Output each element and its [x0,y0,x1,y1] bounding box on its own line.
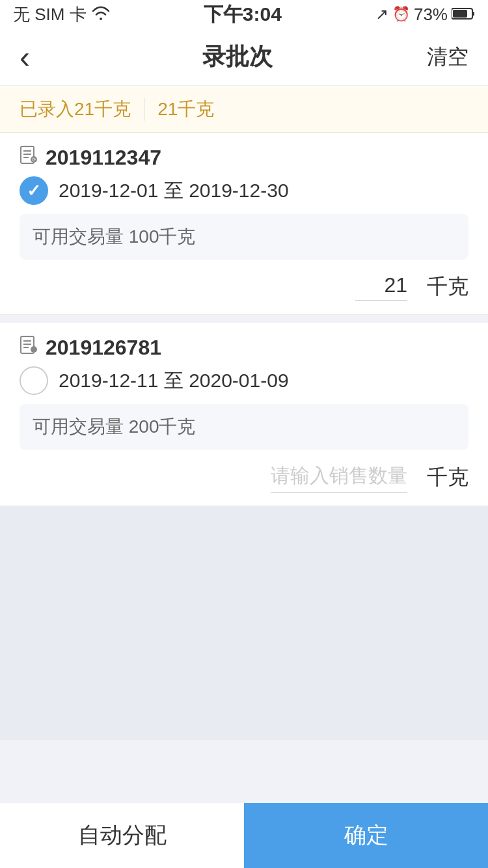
auto-distribute-button[interactable]: 自动分配 [0,803,244,868]
page-title: 录批次 [202,41,273,73]
batch-2-qty-placeholder: 请输入销售数量 [271,465,407,486]
status-right: ↗ ⏰ 73% [375,5,475,25]
batch-2-doc-icon [20,336,39,360]
summary-banner: 已录入21千克 21千克 [0,86,488,133]
batch-2-qty-input[interactable]: 请输入销售数量 [271,463,407,493]
batch-1-qty-input[interactable]: 21 [355,273,407,301]
batch-1-date-row[interactable]: 2019-12-01 至 2019-12-30 [20,176,468,205]
alarm-icon: ⏰ [392,6,410,23]
batch-1-qty-value: 21 [384,273,407,297]
batch-2-qty-row: 请输入销售数量 千克 [0,450,488,506]
wifi-icon [92,5,110,25]
sim-label: 无 SIM 卡 [13,3,87,26]
batch-1-header: ⟳ 2019112347 [20,146,468,170]
gray-area [0,506,488,740]
summary-entered-label: 已录入21千克 [20,97,131,122]
battery-icon [452,5,475,25]
location-icon: ↗ [375,5,388,23]
content-area-2: 2019126781 2019-12-11 至 2020-01-09 可用交易量… [0,323,488,506]
batch-divider [0,315,488,323]
status-left: 无 SIM 卡 [13,3,110,26]
batch-1-available: 可用交易量 100千克 [20,214,468,260]
batch-2-radio[interactable] [20,366,48,395]
confirm-button[interactable]: 确定 [244,803,488,868]
nav-bar: ‹ 录批次 清空 [0,29,488,86]
batch-2-qty-unit: 千克 [427,463,468,492]
batch-1-id: 2019112347 [46,146,161,170]
batch-1-doc-icon: ⟳ [20,146,39,170]
battery-label: 73% [414,5,448,25]
status-bar: 无 SIM 卡 下午3:04 ↗ ⏰ 73% [0,0,488,29]
batch-2-date: 2019-12-11 至 2020-01-09 [59,368,289,394]
clear-button[interactable]: 清空 [416,43,468,72]
bottom-bar: 自动分配 确定 [0,803,488,868]
svg-text:⟳: ⟳ [32,157,36,163]
batch-2-header: 2019126781 [20,336,468,360]
batch-item-2: 2019126781 2019-12-11 至 2020-01-09 可用交易量… [0,323,488,450]
batch-1-date: 2019-12-01 至 2019-12-30 [59,178,289,204]
batch-1-qty-row: 21 千克 [0,260,488,315]
svg-rect-2 [453,10,467,18]
svg-rect-13 [31,346,37,353]
batch-1-radio[interactable] [20,176,48,205]
batch-2-available: 可用交易量 200千克 [20,404,468,450]
back-button[interactable]: ‹ [20,39,59,75]
batch-2-date-row[interactable]: 2019-12-11 至 2020-01-09 [20,366,468,395]
summary-value: 21千克 [157,97,214,122]
batch-2-id: 2019126781 [46,336,161,360]
summary-divider [144,98,144,121]
status-time: 下午3:04 [204,1,282,28]
content-area: ⟳ 2019112347 2019-12-01 至 2019-12-30 可用交… [0,133,488,315]
svg-rect-1 [472,12,474,16]
batch-1-qty-unit: 千克 [427,273,468,301]
batch-item-1: ⟳ 2019112347 2019-12-01 至 2019-12-30 可用交… [0,133,488,260]
